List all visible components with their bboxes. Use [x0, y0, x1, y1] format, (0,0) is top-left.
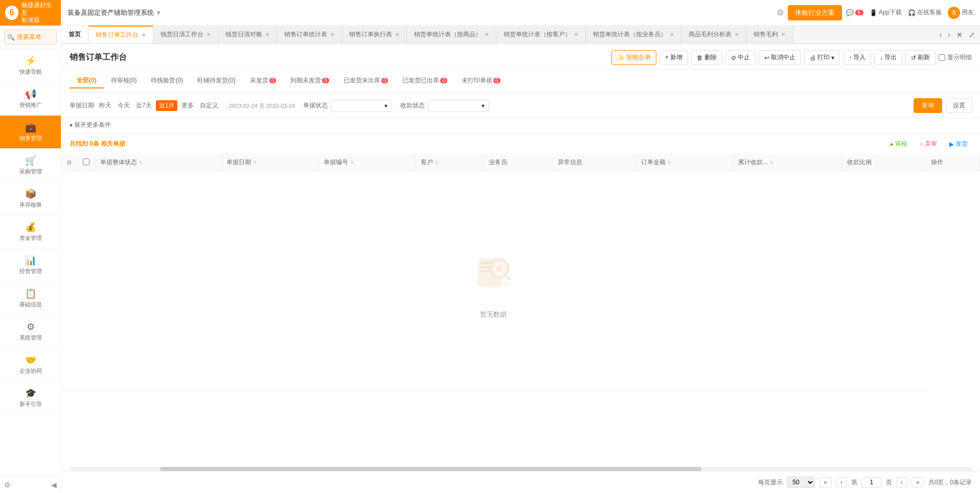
first-page-btn[interactable]: « — [819, 477, 832, 487]
show-detail-checkbox[interactable]: 显示明细 — [939, 53, 972, 62]
sidebar-item-quick-nav[interactable]: ⚡ 快捷导航 — [0, 49, 61, 82]
tab-sales-exec[interactable]: 销售订单执行表 ✕ — [342, 26, 407, 43]
tab-home[interactable]: 首页 — [61, 26, 88, 43]
tab-cash-reconcile[interactable]: 钱货日清对账 ✕ — [218, 26, 277, 43]
sidebar-item-base[interactable]: 📋 基础信息 — [0, 282, 61, 315]
tab-maximize[interactable]: ⤢ — [967, 30, 977, 40]
date-opt-custom[interactable]: 自定义 — [198, 100, 220, 111]
sidebar-settings-button[interactable]: ⚙ — [4, 481, 11, 489]
next-page-btn[interactable]: › — [896, 477, 907, 487]
sidebar-item-finance[interactable]: 💰 资金管理 — [0, 215, 61, 249]
customer-sort-icon[interactable]: ⇅ — [435, 160, 439, 165]
tab-goods-margin[interactable]: 商品毛利分析表 ✕ — [681, 26, 746, 43]
tab-close-goods-margin[interactable]: ✕ — [735, 32, 739, 37]
topbar-gear-icon[interactable]: ⚙ — [777, 8, 784, 17]
filter-tab-pending-audit[interactable]: 待审核(0) — [104, 74, 144, 88]
app-download-btn[interactable]: 📱 App下载 — [870, 8, 902, 17]
industry-btn[interactable]: 体验行业方案 — [788, 5, 842, 20]
tab-goods-stat-product[interactable]: 销货单统计表（按商品） ✕ — [407, 26, 496, 43]
search-menu-button[interactable]: 🔍 搜索菜单 — [4, 30, 57, 44]
ai-generate-btn[interactable]: ✨ 智能生单 — [611, 50, 656, 65]
date-opt-yesterday[interactable]: 昨天 — [97, 100, 113, 111]
tab-goods-stat-salesman[interactable]: 销货单统计表（按业务员） ✕ — [586, 26, 681, 43]
page-size-select[interactable]: 10 20 50 100 — [787, 477, 815, 488]
prev-page-btn[interactable]: ‹ — [836, 477, 847, 487]
sidebar-item-purchase[interactable]: 🛒 采购管理 — [0, 149, 61, 182]
tab-close-sales-exec[interactable]: ✕ — [395, 32, 399, 37]
sidebar-item-guide[interactable]: 🎓 新手引导 — [0, 382, 61, 415]
tab-goods-stat-customer[interactable]: 销货单统计表（按客户） ✕ — [496, 26, 586, 43]
status-sort-icon[interactable]: ⇅ — [139, 160, 143, 165]
tab-nav-prev[interactable]: ‹ — [938, 30, 944, 40]
stop-btn[interactable]: ⊘ 中止 — [725, 50, 756, 65]
th-setting[interactable]: ⚙ — [61, 154, 78, 171]
tab-close-cash-reconcile[interactable]: ✕ — [265, 32, 269, 37]
tab-close-goods-stat-salesman[interactable]: ✕ — [670, 32, 674, 37]
tab-close-goods-stat-product[interactable]: ✕ — [485, 32, 489, 37]
sidebar-item-marketing[interactable]: 📢 营销推广 — [0, 82, 61, 116]
tab-sales-summary[interactable]: 销售毛利 ✕ — [746, 26, 793, 43]
date-opt-today[interactable]: 今天 — [116, 100, 132, 111]
tab-close-goods-stat-customer[interactable]: ✕ — [574, 32, 578, 37]
expand-conditions-btn[interactable]: ▾ 展开更多条件 — [70, 121, 972, 129]
scrollbar-thumb[interactable] — [160, 467, 701, 471]
date-opt-more[interactable]: 更多 — [179, 100, 196, 111]
page-input[interactable] — [861, 477, 882, 487]
filter-tab-wangpu-pending[interactable]: 旺铺待发货(0) — [190, 74, 243, 88]
tab-close-sales-stat[interactable]: ✕ — [330, 32, 334, 37]
filter-tab-not-shipped[interactable]: 未发货0 — [243, 74, 284, 88]
status-select[interactable]: ▾ — [331, 100, 392, 112]
set-btn[interactable]: 设置 — [946, 98, 972, 113]
last-page-btn[interactable]: » — [911, 477, 924, 487]
filter-tab-shipped-out[interactable]: 已发货已出库0 — [395, 74, 454, 88]
audit-action-btn[interactable]: ● 审核 — [886, 138, 911, 150]
user-menu-btn[interactable]: 友 用友 — [948, 7, 974, 19]
ship-action-btn[interactable]: ▶ 发货 — [945, 138, 972, 150]
show-detail-input[interactable] — [939, 54, 945, 61]
tab-close-sales-workbench[interactable]: ✕ — [142, 32, 146, 38]
new-btn[interactable]: + 新增 — [659, 50, 688, 65]
date-sort-icon[interactable]: ⇅ — [253, 160, 257, 165]
filter-tab-shipped-not-out[interactable]: 已发货未出库0 — [336, 74, 396, 88]
sidebar-item-operations[interactable]: 📊 经营管理 — [0, 249, 61, 282]
collected-sort-icon[interactable]: ⇅ — [769, 160, 773, 165]
payment-select[interactable]: ▾ — [428, 100, 489, 112]
topbar-right: 💬 6 📱 App下载 🎧 在线客服 友 用友 — [846, 7, 974, 19]
tab-nav-next[interactable]: › — [946, 30, 952, 40]
sidebar-item-inventory[interactable]: 📦 库存核算 — [0, 182, 61, 215]
tab-sales-stat[interactable]: 销售订单统计表 ✕ — [277, 26, 342, 43]
filter-tab-pending-inspect[interactable]: 待拣验货(0) — [144, 74, 190, 88]
tab-close-cash-daily[interactable]: ✕ — [207, 32, 211, 37]
filter-tab-expired-not-shipped[interactable]: 到期未发货0 — [283, 74, 336, 88]
refresh-btn[interactable]: ↺ 刷新 — [905, 50, 936, 65]
cancel-audit-action-btn[interactable]: ○ 弃审 — [916, 138, 941, 150]
delete-btn[interactable]: 🗑 删除 — [691, 50, 722, 65]
svg-point-8 — [496, 265, 503, 272]
tab-close-all[interactable]: ✕ — [954, 30, 965, 40]
select-all-checkbox[interactable] — [83, 159, 89, 165]
th-checkbox[interactable] — [78, 154, 95, 171]
horizontal-scrollbar[interactable] — [70, 467, 972, 471]
date-opt-1month[interactable]: 近1月 — [156, 100, 178, 111]
query-btn[interactable]: 查询 — [914, 98, 942, 113]
message-btn[interactable]: 💬 6 — [846, 9, 863, 16]
print-btn[interactable]: 🖨 打印 ▾ — [804, 50, 840, 65]
number-sort-icon[interactable]: ⇅ — [350, 160, 354, 165]
sidebar-item-system[interactable]: ⚙ 系统管理 — [0, 315, 61, 348]
cancel-stop-btn[interactable]: ↩ 取消中止 — [759, 50, 801, 65]
sidebar-item-cooperation[interactable]: 🤝 企业协同 — [0, 348, 61, 382]
sidebar-search-area: 🔍 搜索菜单 — [0, 26, 61, 49]
import-btn[interactable]: ↑ 导入 — [843, 50, 871, 65]
date-opt-7days[interactable]: 近7天 — [134, 100, 154, 111]
tab-sales-workbench[interactable]: 销售订单工作台 ✕ — [88, 26, 153, 43]
sidebar-collapse-button[interactable]: ◀ — [51, 481, 57, 489]
filter-tab-all[interactable]: 全部(0) — [70, 74, 104, 88]
tab-close-sales-summary[interactable]: ✕ — [781, 32, 785, 37]
filter-tab-not-printed[interactable]: 未打印单据0 — [454, 74, 508, 88]
cooperation-icon: 🤝 — [25, 354, 36, 366]
tab-cash-daily[interactable]: 钱货日清工作台 ✕ — [153, 26, 218, 43]
sidebar-item-sales[interactable]: 💼 销售管理 — [0, 116, 61, 149]
amount-sort-icon[interactable]: ⇅ — [667, 160, 671, 165]
export-btn[interactable]: ↓ 导出 — [874, 50, 902, 65]
online-service-btn[interactable]: 🎧 在线客服 — [908, 8, 942, 17]
